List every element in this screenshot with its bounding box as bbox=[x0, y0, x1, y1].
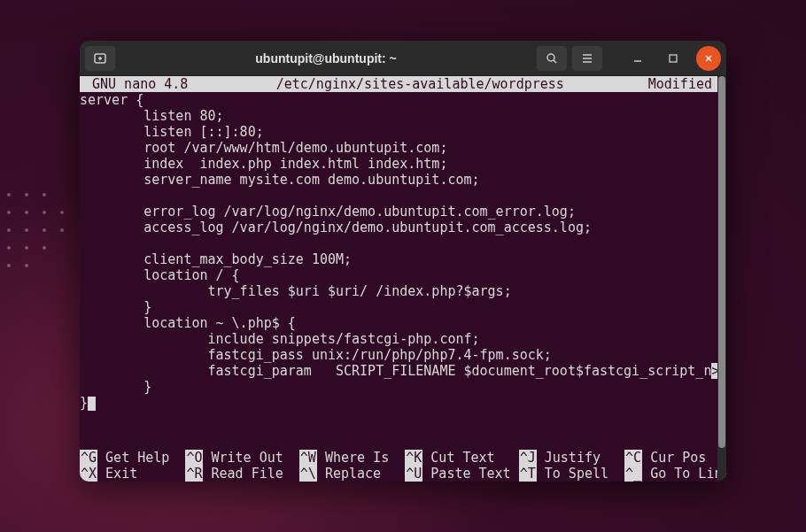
shortcut-item: ^W Where Is bbox=[299, 450, 405, 466]
shortcut-label: Paste Text bbox=[422, 466, 518, 482]
shortcut-label: Go To Line bbox=[642, 466, 717, 482]
editor-line[interactable]: error_log /var/log/nginx/demo.ubuntupit.… bbox=[80, 204, 717, 220]
editor-line[interactable]: } bbox=[80, 299, 717, 315]
shortcut-row-2: ^X Exit ^R Read File ^\ Replace ^U Paste… bbox=[80, 466, 717, 482]
shortcut-key: ^\ bbox=[299, 466, 317, 482]
scrollbar-thumb[interactable] bbox=[718, 76, 725, 448]
shortcut-item: ^\ Replace bbox=[299, 466, 405, 482]
close-button[interactable] bbox=[696, 46, 721, 71]
menu-button[interactable] bbox=[572, 46, 602, 71]
editor-line[interactable]: server { bbox=[80, 92, 717, 108]
svg-point-5 bbox=[43, 211, 46, 214]
editor-lines[interactable]: server { listen 80; listen [::]:80; root… bbox=[80, 92, 717, 411]
shortcut-label: Cur Pos bbox=[642, 450, 717, 466]
shortcut-key: ^W bbox=[299, 450, 317, 466]
editor-line[interactable]: listen [::]:80; bbox=[80, 124, 717, 140]
new-tab-button[interactable] bbox=[85, 46, 115, 71]
maximize-icon bbox=[669, 54, 678, 63]
editor-line[interactable]: } bbox=[80, 379, 717, 395]
shortcut-label: Get Help bbox=[97, 450, 185, 466]
shortcut-key: ^R bbox=[185, 466, 203, 482]
shortcut-key: ^C bbox=[624, 450, 642, 466]
terminal-window: ubuntupit@ubuntupit: ~ GNU nano 4.8 /etc… bbox=[80, 41, 726, 482]
editor-content[interactable]: GNU nano 4.8 /etc/nginx/sites-available/… bbox=[80, 76, 717, 482]
editor-line[interactable]: fastcgi_param SCRIPT_FILENAME $document_… bbox=[80, 363, 717, 379]
svg-point-0 bbox=[7, 193, 11, 197]
svg-point-8 bbox=[25, 228, 28, 232]
shortcut-item: ^J Justify bbox=[519, 450, 624, 466]
svg-point-3 bbox=[7, 211, 11, 214]
shortcut-item: ^T To Spell bbox=[519, 466, 624, 482]
editor-line[interactable]: listen 80; bbox=[80, 108, 717, 124]
svg-point-13 bbox=[43, 246, 46, 250]
shortcut-key: ^U bbox=[405, 466, 422, 482]
editor-line[interactable]: server_name mysite.com demo.ubuntupit.co… bbox=[80, 172, 717, 188]
nano-app-name: GNU nano 4.8 bbox=[80, 76, 188, 92]
editor-line[interactable]: index index.php index.html index.htm; bbox=[80, 156, 717, 172]
editor-line[interactable] bbox=[80, 188, 717, 204]
nano-header: GNU nano 4.8 /etc/nginx/sites-available/… bbox=[80, 76, 717, 92]
new-tab-icon bbox=[93, 51, 107, 66]
svg-point-2 bbox=[43, 193, 46, 197]
editor-line[interactable] bbox=[80, 235, 717, 251]
shortcut-key: ^_ bbox=[624, 466, 642, 482]
shortcut-label: Justify bbox=[537, 450, 624, 466]
terminal-body[interactable]: GNU nano 4.8 /etc/nginx/sites-available/… bbox=[80, 76, 726, 482]
shortcut-row-1: ^G Get Help ^O Write Out ^W Where Is ^K … bbox=[80, 450, 717, 466]
svg-point-4 bbox=[25, 211, 28, 214]
editor-line[interactable]: } bbox=[80, 395, 717, 411]
minimize-button[interactable] bbox=[625, 46, 650, 71]
shortcut-item: ^G Get Help bbox=[80, 450, 185, 466]
shortcut-label: Where Is bbox=[317, 450, 405, 466]
shortcut-item: ^O Write Out bbox=[185, 450, 298, 466]
close-icon bbox=[704, 54, 713, 63]
scrollbar[interactable] bbox=[717, 76, 726, 482]
editor-line[interactable]: include snippets/fastcgi-php.conf; bbox=[80, 331, 717, 347]
svg-point-10 bbox=[60, 228, 64, 232]
svg-point-15 bbox=[25, 264, 28, 267]
nano-shortcuts: ^G Get Help ^O Write Out ^W Where Is ^K … bbox=[80, 450, 717, 482]
hamburger-icon bbox=[580, 51, 594, 66]
shortcut-item: ^U Paste Text bbox=[405, 466, 518, 482]
editor-line[interactable]: access_log /var/log/nginx/demo.ubuntupit… bbox=[80, 220, 717, 235]
shortcut-item: ^C Cur Pos bbox=[624, 450, 717, 466]
maximize-button[interactable] bbox=[661, 46, 686, 71]
shortcut-label: Cut Text bbox=[422, 450, 518, 466]
svg-line-20 bbox=[554, 60, 556, 63]
svg-point-12 bbox=[25, 246, 28, 250]
shortcut-item: ^_ Go To Line bbox=[624, 466, 717, 482]
desktop-decoration bbox=[0, 186, 71, 292]
svg-rect-25 bbox=[670, 55, 677, 62]
shortcut-label: Replace bbox=[317, 466, 405, 482]
shortcut-item: ^K Cut Text bbox=[405, 450, 518, 466]
window-title: ubuntupit@ubuntupit: ~ bbox=[120, 51, 531, 66]
svg-point-19 bbox=[547, 54, 554, 61]
editor-line[interactable]: fastcgi_pass unix:/run/php/php7.4-fpm.so… bbox=[80, 347, 717, 363]
svg-point-1 bbox=[25, 193, 28, 197]
shortcut-key: ^T bbox=[519, 466, 537, 482]
shortcut-key: ^J bbox=[519, 450, 537, 466]
svg-point-6 bbox=[60, 211, 64, 214]
shortcut-key: ^O bbox=[185, 450, 203, 466]
editor-line[interactable]: client_max_body_size 100M; bbox=[80, 251, 717, 267]
svg-point-11 bbox=[7, 246, 11, 250]
minimize-icon bbox=[633, 54, 642, 63]
shortcut-key: ^G bbox=[80, 450, 97, 466]
shortcut-item: ^X Exit bbox=[80, 466, 185, 482]
svg-point-14 bbox=[7, 264, 11, 267]
shortcut-key: ^X bbox=[80, 466, 97, 482]
editor-line[interactable]: try_files $uri $uri/ /index.php?$args; bbox=[80, 283, 717, 299]
svg-point-7 bbox=[7, 228, 11, 232]
shortcut-label: To Spell bbox=[537, 466, 624, 482]
search-icon bbox=[545, 51, 559, 66]
shortcut-label: Read File bbox=[203, 466, 298, 482]
nano-modified-label: Modified bbox=[648, 76, 717, 92]
editor-line[interactable]: location ~ \.php$ { bbox=[80, 315, 717, 331]
shortcut-label: Write Out bbox=[203, 450, 298, 466]
cursor bbox=[88, 397, 96, 411]
svg-point-9 bbox=[43, 228, 46, 232]
editor-line[interactable]: location / { bbox=[80, 267, 717, 283]
search-button[interactable] bbox=[537, 46, 567, 71]
shortcut-label: Exit bbox=[97, 466, 185, 482]
editor-line[interactable]: root /var/www/html/demo.ubuntupit.com; bbox=[80, 140, 717, 156]
